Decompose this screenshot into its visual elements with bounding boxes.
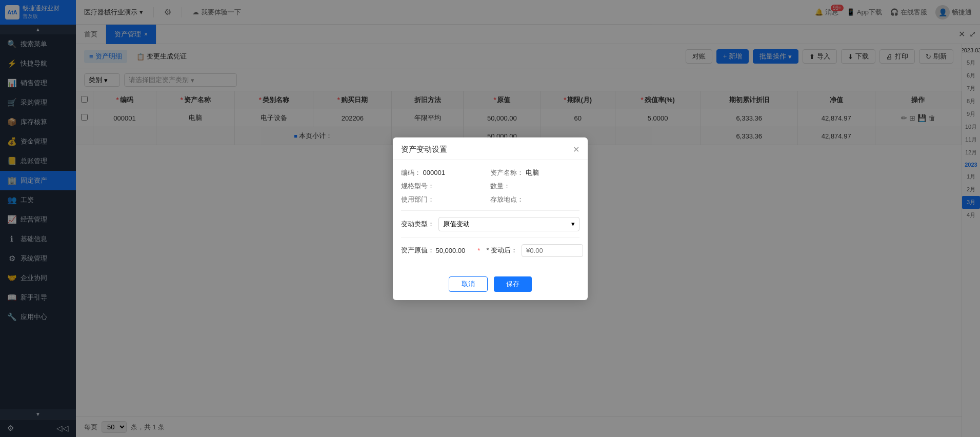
modal-info-grid: 编码： 000001 资产名称： 电脑 规格型号： 数量： 使用部门： [401, 168, 579, 204]
asset-change-modal: 资产变动设置 ✕ 编码： 000001 资产名称： 电脑 规格型号： 数量： [393, 137, 588, 300]
modal-divider-2 [401, 237, 579, 238]
original-value-display: 50,000.00 [436, 247, 466, 254]
change-type-row: 变动类型： 原值变动 ▾ [401, 217, 579, 231]
modal-body: 编码： 000001 资产名称： 电脑 规格型号： 数量： 使用部门： [393, 160, 588, 271]
modal-divider-1 [401, 210, 579, 211]
info-department: 使用部门： [401, 195, 490, 204]
info-asset-name: 资产名称： 电脑 [490, 168, 579, 177]
original-value-label: 资产原值： [401, 246, 432, 255]
after-change-input[interactable] [522, 244, 583, 257]
cancel-button[interactable]: 取消 [449, 276, 488, 292]
modal-overlay[interactable]: 资产变动设置 ✕ 编码： 000001 资产名称： 电脑 规格型号： 数量： [0, 0, 980, 437]
required-mark: * [477, 247, 480, 254]
modal-title: 资产变动设置 [401, 145, 447, 154]
modal-footer: 取消 保存 [393, 271, 588, 300]
save-button[interactable]: 保存 [494, 276, 532, 292]
change-type-label: 变动类型： [401, 220, 434, 229]
info-quantity: 数量： [490, 182, 579, 191]
change-type-select[interactable]: 原值变动 ▾ [438, 217, 579, 231]
modal-header: 资产变动设置 ✕ [393, 137, 588, 160]
modal-close-btn[interactable]: ✕ [573, 145, 579, 154]
original-value-row: 资产原值： 50,000.00 * * 变动后： [401, 244, 579, 257]
info-location: 存放地点： [490, 195, 579, 204]
info-code: 编码： 000001 [401, 168, 490, 177]
info-spec: 规格型号： [401, 182, 490, 191]
after-change-label: * 变动后： [486, 246, 517, 255]
change-type-dropdown-icon: ▾ [571, 220, 575, 228]
